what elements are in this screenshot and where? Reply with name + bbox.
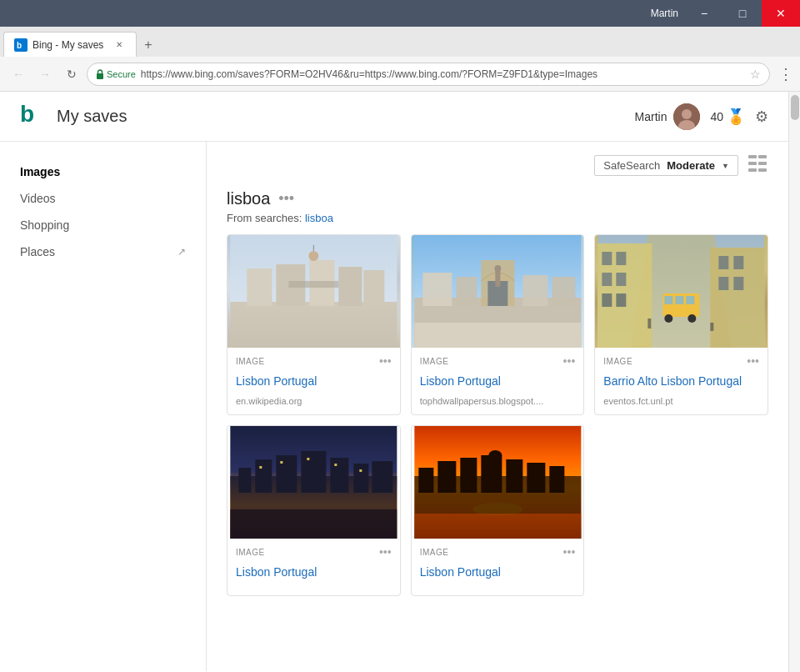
image-options-icon[interactable]: ••• xyxy=(563,354,576,368)
image-title[interactable]: Lisbon Portugal xyxy=(228,562,400,584)
image-meta: IMAGE ••• xyxy=(595,348,768,371)
svg-rect-43 xyxy=(617,293,627,307)
svg-rect-11 xyxy=(758,162,767,165)
main-content: SafeSearch Moderate ▼ xyxy=(207,142,788,671)
svg-rect-81 xyxy=(549,466,564,493)
bing-header: b My saves Martin 40 xyxy=(0,92,788,142)
svg-rect-62 xyxy=(301,451,326,493)
user-info[interactable]: Martin xyxy=(635,103,701,130)
image-thumbnail xyxy=(412,426,584,539)
image-type-label: IMAGE xyxy=(236,357,265,366)
svg-point-33 xyxy=(494,265,501,272)
sidebar-item-shopping[interactable]: Shopping xyxy=(20,212,186,238)
star-icon[interactable]: ☆ xyxy=(750,68,761,81)
image-card: IMAGE ••• Lisbon Portugal xyxy=(411,425,585,596)
collection-header: lisboa ••• From searches: lisboa xyxy=(227,189,768,224)
image-source: en.wikipedia.org xyxy=(228,393,400,414)
svg-rect-77 xyxy=(460,458,477,493)
svg-rect-64 xyxy=(353,464,368,493)
svg-rect-65 xyxy=(372,461,392,493)
refresh-button[interactable]: ↻ xyxy=(60,63,83,86)
back-button[interactable]: ← xyxy=(7,63,30,86)
settings-icon[interactable]: ⚙ xyxy=(755,108,768,126)
image-title[interactable]: Barrio Alto Lisbon Portugal xyxy=(595,371,768,393)
image-thumbnail xyxy=(595,235,768,348)
maximize-button[interactable]: □ xyxy=(723,0,762,27)
image-title[interactable]: Lisbon Portugal xyxy=(412,562,584,584)
sidebar-item-videos[interactable]: Videos xyxy=(20,185,186,212)
url-bar[interactable]: Secure https://www.bing.com/saves?FORM=O… xyxy=(87,63,770,86)
safesearch-label: SafeSearch xyxy=(603,159,660,172)
svg-rect-32 xyxy=(495,270,500,287)
secure-text: Secure xyxy=(107,69,136,79)
page-title: My saves xyxy=(57,107,635,126)
new-tab-button[interactable]: + xyxy=(137,33,160,57)
svg-rect-15 xyxy=(230,302,397,348)
svg-rect-78 xyxy=(481,455,502,493)
bing-body: Images Videos Shopping Places ↗ S xyxy=(0,142,788,671)
svg-point-54 xyxy=(688,314,697,323)
svg-rect-79 xyxy=(506,459,522,493)
image-card: IMAGE ••• Lisbon Portugal tophdwallpaper… xyxy=(411,234,585,415)
svg-rect-16 xyxy=(247,268,272,306)
svg-rect-42 xyxy=(602,293,612,307)
svg-rect-31 xyxy=(552,277,575,306)
close-button[interactable]: ✕ xyxy=(762,0,800,27)
image-type-label: IMAGE xyxy=(420,548,449,557)
view-toggle-icon[interactable] xyxy=(748,155,768,176)
active-tab[interactable]: b Bing - My saves ✕ xyxy=(3,32,137,57)
sidebar: Images Videos Shopping Places ↗ xyxy=(0,142,207,671)
svg-rect-46 xyxy=(734,256,744,269)
image-card: IMAGE ••• Lisbon Portugal xyxy=(227,425,401,596)
url-text: https://www.bing.com/saves?FORM=O2HV46&r… xyxy=(141,68,745,80)
image-grid: IMAGE ••• Lisbon Portugal en.wikipedia.o… xyxy=(227,234,768,596)
collection-source-link[interactable]: lisboa xyxy=(305,212,333,224)
svg-rect-63 xyxy=(330,458,348,493)
image-thumbnail xyxy=(412,235,584,348)
svg-rect-19 xyxy=(338,267,362,306)
svg-point-22 xyxy=(308,251,318,261)
sidebar-item-images[interactable]: Images xyxy=(20,158,186,185)
svg-rect-75 xyxy=(418,468,433,493)
user-name: Martin xyxy=(635,110,668,123)
image-type-label: IMAGE xyxy=(420,357,449,366)
places-arrow-icon: ↗ xyxy=(178,246,186,258)
svg-rect-39 xyxy=(617,252,627,265)
avatar[interactable] xyxy=(673,103,700,130)
svg-rect-71 xyxy=(230,509,397,539)
addressbar: ← → ↻ Secure https://www.bing.com/saves?… xyxy=(0,57,800,92)
image-title[interactable]: Lisbon Portugal xyxy=(412,371,584,393)
svg-rect-60 xyxy=(255,459,272,493)
sidebar-item-places[interactable]: Places ↗ xyxy=(20,238,186,265)
svg-rect-51 xyxy=(676,296,684,304)
collection-options-icon[interactable]: ••• xyxy=(278,190,294,208)
image-options-icon[interactable]: ••• xyxy=(379,545,392,559)
image-options-icon[interactable]: ••• xyxy=(563,545,576,559)
titlebar-user: Martin xyxy=(651,8,678,19)
safesearch-caret-icon: ▼ xyxy=(722,162,729,170)
scrollbar[interactable] xyxy=(788,92,800,672)
minimize-button[interactable]: − xyxy=(685,0,723,27)
image-type-label: IMAGE xyxy=(236,548,265,557)
image-options-icon[interactable]: ••• xyxy=(747,354,759,368)
browser-content: b My saves Martin 40 xyxy=(0,92,800,672)
safesearch-dropdown[interactable]: SafeSearch Moderate ▼ xyxy=(594,155,738,176)
svg-rect-10 xyxy=(748,162,757,165)
image-options-icon[interactable]: ••• xyxy=(379,354,392,368)
svg-rect-28 xyxy=(422,273,452,306)
svg-rect-20 xyxy=(363,270,384,306)
scrollbar-thumb[interactable] xyxy=(791,95,799,120)
bing-logo: b xyxy=(20,100,47,133)
tab-title: Bing - My saves xyxy=(32,39,108,51)
image-meta: IMAGE ••• xyxy=(228,348,400,371)
image-title[interactable]: Lisbon Portugal xyxy=(228,371,400,393)
svg-rect-83 xyxy=(492,453,498,461)
svg-rect-59 xyxy=(238,468,251,493)
points-value: 40 xyxy=(710,110,723,123)
svg-rect-47 xyxy=(719,277,729,290)
svg-rect-52 xyxy=(687,296,695,304)
browser-menu-icon[interactable]: ⋮ xyxy=(778,65,793,83)
forward-button[interactable]: → xyxy=(33,63,57,86)
tab-close-button[interactable]: ✕ xyxy=(112,38,126,52)
image-meta: IMAGE ••• xyxy=(412,539,584,562)
